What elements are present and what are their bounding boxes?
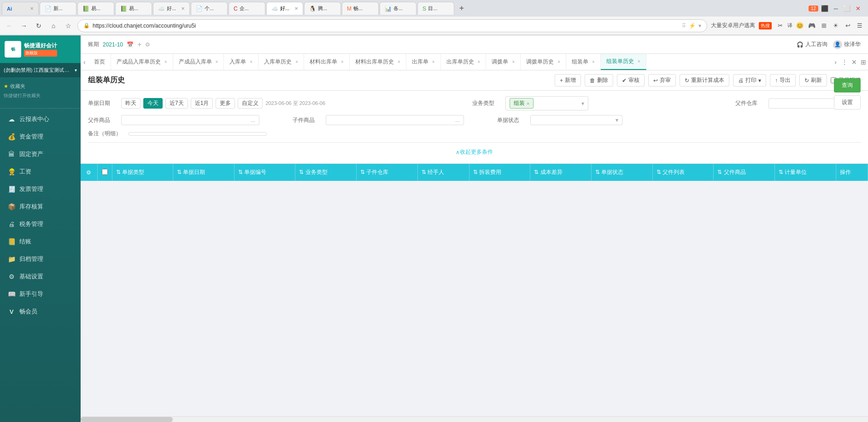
sidebar-item-member[interactable]: V 畅会员 xyxy=(0,303,81,320)
th-cost-diff[interactable]: ⇅ 成本差异 xyxy=(530,164,592,181)
date-btn-today[interactable]: 今天 xyxy=(143,98,163,109)
app-tab-close-icon[interactable]: × xyxy=(250,59,252,64)
date-btn-custom[interactable]: 自定义 xyxy=(238,98,263,109)
th-order-status[interactable]: ⇅ 单据状态 xyxy=(592,164,653,181)
app-tab-close-icon[interactable]: × xyxy=(478,59,481,64)
url-bar[interactable]: 🔒 https://cloud.chanjet.com/accounting/u… xyxy=(77,19,707,32)
back-button[interactable]: ← xyxy=(4,20,15,31)
app-tab-finished-history[interactable]: 产成品入库单历史 × xyxy=(111,54,173,70)
browser-tab-yi1[interactable]: 📗 易... xyxy=(77,2,114,15)
remark-filter[interactable] xyxy=(129,132,267,136)
app-tab-close-icon[interactable]: × xyxy=(432,59,435,64)
sidebar-item-inventory[interactable]: 📦 库存核算 xyxy=(0,198,81,215)
maximize-icon[interactable]: ⬜ xyxy=(842,4,851,13)
tab-close-all-icon[interactable]: ✕ xyxy=(850,58,859,66)
parent-goods-filter[interactable]: ... xyxy=(121,115,259,125)
sidebar-item-settings[interactable]: ⚙ 基础设置 xyxy=(0,268,81,285)
app-tab-home[interactable]: 首页 xyxy=(88,54,111,70)
tab-close-active-icon[interactable]: ✕ xyxy=(294,6,298,11)
sidebar-item-cloud-report[interactable]: ☁ 云报表中心 xyxy=(0,110,81,128)
app-tab-close-icon[interactable]: × xyxy=(512,59,515,64)
tabs-scroll-right[interactable]: › xyxy=(832,58,839,66)
browser-tab-qi[interactable]: C 企... xyxy=(229,2,265,15)
th-biz-type[interactable]: ⇅ 业务类型 xyxy=(295,164,357,181)
th-disassemble-fee[interactable]: ⇅ 拆装费用 xyxy=(469,164,530,181)
add-shortcut-icon[interactable]: + xyxy=(137,40,141,49)
forward-button[interactable]: → xyxy=(18,20,29,31)
th-handler[interactable]: ⇅ 经手人 xyxy=(417,164,469,181)
app-tab-material-out[interactable]: 材料出库单 × xyxy=(304,54,350,70)
tab-more-icon[interactable]: ⋮ xyxy=(839,58,850,66)
sidebar-item-tax[interactable]: 🖨 税务管理 xyxy=(0,215,81,233)
sidebar-item-invoice[interactable]: 🧾 发票管理 xyxy=(0,180,81,198)
undo-icon[interactable]: ↩ xyxy=(843,21,852,30)
sidebar-item-archive[interactable]: 📁 归档管理 xyxy=(0,250,81,268)
collapse-button[interactable]: ∧ 收起更多条件 xyxy=(88,146,861,158)
new-button[interactable]: + 新增 xyxy=(555,74,581,87)
app-tab-close-icon[interactable]: × xyxy=(592,59,595,64)
sidebar-item-salary[interactable]: 👷 工资 xyxy=(0,163,81,180)
th-settings[interactable]: ⚙ xyxy=(81,164,97,181)
browser-tab-teng[interactable]: 🐧 腾... xyxy=(304,2,341,15)
service-button[interactable]: 🎧 人工咨询 xyxy=(797,40,827,48)
app-tab-material-out-history[interactable]: 材料出库单历史 × xyxy=(350,54,406,70)
th-unit[interactable]: ⇅ 计量单位 xyxy=(774,164,836,181)
date-btn-7days[interactable]: 近7天 xyxy=(165,98,188,109)
app-tab-close-icon[interactable]: × xyxy=(295,59,298,64)
query-button[interactable]: 查询 xyxy=(834,78,861,92)
tab-close-icon[interactable]: ✕ xyxy=(30,6,34,11)
app-tab-inbound[interactable]: 入库单 × xyxy=(224,54,258,70)
tab-close-icon[interactable]: ✕ xyxy=(181,6,185,11)
app-tab-assemble[interactable]: 组装单 × xyxy=(566,54,601,70)
brightness-icon[interactable]: ☀ xyxy=(831,21,840,30)
toolbar-icon-1[interactable]: ⬛ xyxy=(820,4,829,13)
emoji-icon[interactable]: 😊 xyxy=(795,21,804,30)
period-settings-icon[interactable]: ⚙ xyxy=(145,41,150,48)
tab-action-more[interactable]: ⊞ xyxy=(859,58,868,66)
browser-tab-hao1[interactable]: ☁️ 好... ✕ xyxy=(153,2,190,15)
date-btn-more[interactable]: 更多 xyxy=(216,98,235,109)
app-tab-inbound-history[interactable]: 入库单历史 × xyxy=(258,54,304,70)
th-type[interactable]: ⇅ 单据类型 xyxy=(112,164,173,181)
sidebar-item-closing[interactable]: 📒 结账 xyxy=(0,233,81,250)
sidebar-item-guide[interactable]: 📖 新手引导 xyxy=(0,285,81,303)
app-tab-close-icon-active[interactable]: × xyxy=(638,59,640,64)
th-parent-list[interactable]: ⇅ 父件列表 xyxy=(652,164,714,181)
th-parent-goods[interactable]: ⇅ 父件商品 xyxy=(714,164,775,181)
app-tab-close-icon[interactable]: × xyxy=(216,59,218,64)
browser-tab-new[interactable]: 📄 新... xyxy=(40,2,76,15)
child-goods-dots[interactable]: ... xyxy=(455,117,460,123)
date-btn-1month[interactable]: 近1月 xyxy=(191,98,213,109)
app-tab-close-icon[interactable]: × xyxy=(164,59,167,64)
home-button[interactable]: ⌂ xyxy=(48,20,59,31)
app-tab-assemble-history[interactable]: 组装单历史 × xyxy=(601,54,646,70)
business-type-dropdown-icon[interactable]: ▾ xyxy=(581,100,584,107)
date-btn-yesterday[interactable]: 昨天 xyxy=(121,98,141,109)
recalc-button[interactable]: ↻ 重新计算成本 xyxy=(680,74,729,87)
bookmark-button[interactable]: ☆ xyxy=(63,20,74,31)
menu-icon[interactable]: ☰ xyxy=(855,21,864,30)
app-tab-finished[interactable]: 产成品入库单 × xyxy=(173,54,224,70)
sidebar-item-assets[interactable]: 🏛 固定资产 xyxy=(0,145,81,163)
scissors-icon[interactable]: ✂ xyxy=(775,21,785,30)
select-all-checkbox[interactable] xyxy=(102,169,108,175)
th-child-warehouse[interactable]: ⇅ 子件仓库 xyxy=(356,164,417,181)
th-checkbox[interactable] xyxy=(97,164,112,181)
refresh-button-page[interactable]: ↻ 刷新 xyxy=(799,74,827,87)
translate-icon[interactable]: 译 xyxy=(787,22,792,29)
export-button[interactable]: ↑ 导出 xyxy=(770,74,796,87)
company-selector[interactable]: (勿删勿禁用) 江西服宝测试专用 ▾ xyxy=(0,63,81,77)
user-avatar-area[interactable]: 👤 徐泽华 xyxy=(833,40,861,49)
scroll-thumb[interactable] xyxy=(81,417,173,422)
app-tab-close-icon[interactable]: × xyxy=(341,59,344,64)
url-dropdown-icon[interactable]: ▾ xyxy=(698,23,701,29)
browser-tab-ai[interactable]: Ai ✕ xyxy=(2,2,39,15)
sidebar-item-funds[interactable]: 💰 资金管理 xyxy=(0,128,81,145)
app-tab-transfer-history[interactable]: 调拨单历史 × xyxy=(521,54,566,70)
grid-icon[interactable]: ⊞ xyxy=(819,21,828,30)
url-lightning-icon[interactable]: ⚡ xyxy=(689,23,696,29)
game-icon[interactable]: 🎮 xyxy=(807,21,816,30)
browser-tab-chang[interactable]: M 畅... xyxy=(342,2,379,15)
tabs-scroll-left[interactable]: ‹ xyxy=(81,58,88,66)
delete-button[interactable]: 🗑 删除 xyxy=(585,74,613,87)
